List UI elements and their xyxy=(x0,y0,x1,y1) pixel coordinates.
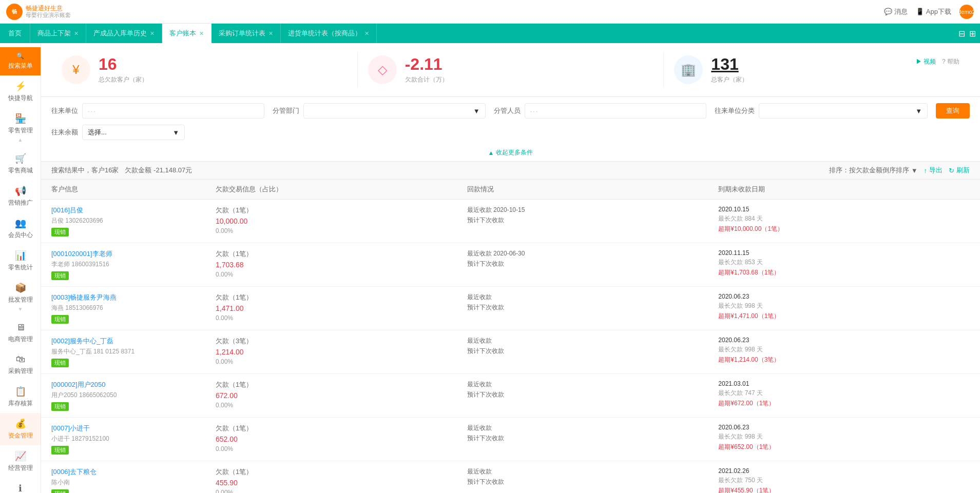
category-select[interactable]: ▼ xyxy=(759,103,928,119)
col-header-overdue: 到期未收款日期 xyxy=(718,185,970,194)
overdue-info-6: 2021.02.26 最长欠款 750 天 超期¥455.90（1笔） xyxy=(718,467,970,493)
customer-name-1[interactable]: [0001020001]李老师 xyxy=(51,249,216,259)
tab-production-close[interactable]: ✕ xyxy=(150,30,155,37)
repay-info-6: 最近收款 预计下次收款 xyxy=(467,467,719,486)
export-btn[interactable]: ↑ 导出 xyxy=(924,166,943,175)
customer-phone-6: 陈小南 xyxy=(51,478,216,487)
dept-arrow: ▼ xyxy=(473,107,480,115)
filter-supplier: 往来单位 ··· xyxy=(51,103,264,119)
filter-category: 往来单位分类 ▼ xyxy=(715,103,928,119)
sidebar-search[interactable]: 🔍 搜索菜单 xyxy=(0,47,41,75)
sidebar-item-operations[interactable]: 📈 经营管理 xyxy=(0,445,41,478)
tab-products[interactable]: 商品上下架 ✕ xyxy=(30,24,86,43)
sidebar-item-batch-mgmt-label: 批发管理 xyxy=(8,295,33,304)
sidebar-item-retail-store[interactable]: 🛒 零售商城 xyxy=(0,148,41,180)
tab-products-close[interactable]: ✕ xyxy=(74,30,79,37)
sidebar-item-marketing[interactable]: 📢 营销推广 xyxy=(0,180,41,212)
sidebar-item-inventory[interactable]: 📋 库存核算 xyxy=(0,381,41,413)
overdue-amount-2[interactable]: 超期¥1,471.00（1笔） xyxy=(718,312,970,321)
person-label: 分管人员 xyxy=(494,106,521,115)
sidebar-item-retail-mgmt[interactable]: 🏪 零售管理 ▲ xyxy=(0,108,41,148)
customer-name-6[interactable]: [0006]去下粮仓 xyxy=(51,467,216,477)
col-header-customer: 客户信息 xyxy=(51,185,216,194)
customer-name-2[interactable]: [0003]畅捷服务尹海燕 xyxy=(51,293,216,302)
sidebar-item-member[interactable]: 👥 会员中心 xyxy=(0,212,41,245)
col-header-repay: 回款情况 xyxy=(467,185,719,194)
results-bar: 搜索结果中，客户16家 欠款金额 -21,148.07元 排序：按欠款金额倒序排… xyxy=(41,162,980,180)
customer-info-5: [0007]小进干 小进干 18279152100 现销 xyxy=(51,424,216,455)
collapse-button[interactable]: ▲ 收起更多条件 xyxy=(488,148,533,157)
customer-phone-0: 吕俊 13026203696 xyxy=(51,216,216,225)
debt-info-2: 欠款（1笔） 1,471.00 0.00% xyxy=(216,293,467,322)
table-row: [0003]畅捷服务尹海燕 海燕 18513066976 现销 欠款（1笔） 1… xyxy=(41,287,980,330)
debt-percent-2: 0.00% xyxy=(216,314,467,322)
customer-phone-4: 用户2050 18665062050 xyxy=(51,391,216,400)
overdue-amount-5[interactable]: 超期¥652.00（1笔） xyxy=(718,443,970,451)
tab-bar-actions: ⊟ ⊞ xyxy=(958,29,980,38)
person-placeholder: ··· xyxy=(530,107,539,115)
sidebar-search-label: 搜索菜单 xyxy=(8,62,33,70)
member-icon: 👥 xyxy=(15,218,26,229)
sidebar-item-basic-info[interactable]: ℹ 基础信息 xyxy=(0,478,41,493)
app-download-btn[interactable]: 📱 App下载 xyxy=(916,7,951,16)
sort-select[interactable]: 排序：按欠款金额倒序排序 ▼ xyxy=(829,166,918,175)
overdue-date-4: 2021.03.01 xyxy=(718,380,970,387)
repay-info-0: 最近收款 2020-10-15 预计下次收款 xyxy=(467,206,719,225)
tab-home[interactable]: 首页 xyxy=(0,24,30,43)
overdue-amount-1[interactable]: 超期¥1,703.68（1笔） xyxy=(718,268,970,277)
debt-percent-3: 0.00% xyxy=(216,358,467,365)
balance-select[interactable]: 选择... ▼ xyxy=(82,125,185,140)
tab-minimize-icon[interactable]: ⊟ xyxy=(958,29,965,38)
person-input[interactable]: ··· xyxy=(525,103,707,119)
debt-percent-5: 0.00% xyxy=(216,445,467,452)
user-menu[interactable]: demo2 xyxy=(959,5,974,19)
table-row: [0007]小进干 小进干 18279152100 现销 欠款（1笔） 652.… xyxy=(41,418,980,461)
debt-count-6: 欠款（1笔） xyxy=(216,467,467,477)
customer-name-5[interactable]: [0007]小进干 xyxy=(51,424,216,433)
sidebar-item-quick-nav[interactable]: ⚡ 快捷导航 xyxy=(0,75,41,108)
col-header-debt: 欠款交易信息（占比） xyxy=(216,185,467,194)
debt-count-3: 欠款（3笔） xyxy=(216,337,467,346)
search-button[interactable]: 查询 xyxy=(936,103,970,119)
tab-purchase-order[interactable]: 采购订单统计表 ✕ xyxy=(212,24,281,43)
video-btn[interactable]: ▶ 视频 xyxy=(916,57,936,66)
sidebar-item-ecommerce-label: 电商管理 xyxy=(8,335,33,344)
customer-phone-2: 海燕 18513066976 xyxy=(51,304,216,312)
tab-customer-account[interactable]: 客户账本 ✕ xyxy=(162,24,212,43)
customer-name-3[interactable]: [0002]服务中心_丁磊 xyxy=(51,337,216,346)
app-download-label: App下载 xyxy=(926,7,951,16)
sidebar-item-finance[interactable]: 💰 资金管理 xyxy=(0,413,41,445)
sidebar-item-purchase[interactable]: 🛍 采购管理 xyxy=(0,349,41,381)
tab-customer-account-close[interactable]: ✕ xyxy=(199,30,204,37)
last-payment-label-0: 最近收款 2020-10-15 xyxy=(467,206,719,214)
tab-purchase-stats-close[interactable]: ✕ xyxy=(364,30,369,37)
supplier-input[interactable]: ··· xyxy=(82,103,264,119)
operations-icon: 📈 xyxy=(15,450,26,462)
customer-name-4[interactable]: [000002]用户2050 xyxy=(51,380,216,389)
tab-expand-icon[interactable]: ⊞ xyxy=(969,29,976,38)
tab-production[interactable]: 产成品入库单历史 ✕ xyxy=(86,24,162,43)
sidebar-item-retail-stats[interactable]: 📊 零售统计 xyxy=(0,245,41,277)
tab-purchase-stats[interactable]: 进货单统计表（按商品） ✕ xyxy=(281,24,377,43)
tab-purchase-order-close[interactable]: ✕ xyxy=(268,30,273,37)
sidebar-item-batch-mgmt[interactable]: 📦 批发管理 ▼ xyxy=(0,277,41,317)
dept-select[interactable]: ▼ xyxy=(303,103,486,119)
overdue-amount-0[interactable]: 超期¥10,000.00（1笔） xyxy=(718,225,970,233)
collapse-row: ▲ 收起更多条件 xyxy=(51,146,970,161)
overdue-amount-3[interactable]: 超期¥1,214.00（3笔） xyxy=(718,356,970,364)
refresh-btn[interactable]: ↻ 刷新 xyxy=(949,166,970,175)
overdue-amount-4[interactable]: 超期¥672.00（1笔） xyxy=(718,399,970,408)
avatar: demo2 xyxy=(959,5,974,19)
overdue-info-0: 2020.10.15 最长欠款 884 天 超期¥10,000.00（1笔） xyxy=(718,206,970,233)
message-btn[interactable]: 💬 消息 xyxy=(884,7,908,16)
next-payment-label-5: 预计下次收款 xyxy=(467,434,719,443)
next-payment-label-4: 预计下次收款 xyxy=(467,390,719,399)
repay-info-3: 最近收款 预计下次收款 xyxy=(467,337,719,356)
overdue-amount-6[interactable]: 超期¥455.90（1笔） xyxy=(718,486,970,493)
debt-amount-3: 1,214.00 xyxy=(216,348,467,356)
total-customers-number: 131 xyxy=(711,55,748,73)
sidebar-item-ecommerce[interactable]: 🖥 电商管理 xyxy=(0,317,41,349)
debt-percent-1: 0.00% xyxy=(216,271,467,278)
customer-name-0[interactable]: [0016]吕俊 xyxy=(51,206,216,215)
help-btn[interactable]: ? 帮助 xyxy=(942,57,959,66)
